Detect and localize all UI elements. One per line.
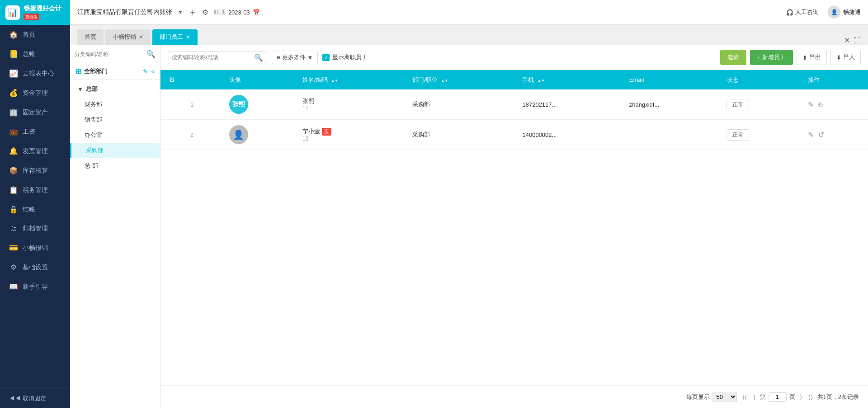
calendar-icon[interactable]: 📅	[253, 9, 260, 16]
last-page-button[interactable]: ⟩⟩	[807, 393, 815, 402]
tab-dept-close[interactable]: ✕	[186, 34, 190, 40]
close-window-icon[interactable]: ✕	[844, 36, 850, 45]
dept-item-finance[interactable]: 财务部	[70, 97, 160, 112]
tab-expense-close[interactable]: ✕	[139, 34, 143, 40]
user-menu[interactable]: 👤 畅捷通	[828, 6, 861, 19]
service-button[interactable]: 🎧 人工咨询	[786, 8, 819, 16]
sidebar-item-salary[interactable]: 💼 工资	[0, 122, 70, 141]
logout-employee-button-0[interactable]: ⎋	[818, 100, 823, 109]
dept-arrow-down: ▼	[77, 86, 83, 93]
td-index-1: 2	[183, 120, 222, 150]
prev-page-button[interactable]: ⟨	[751, 393, 757, 402]
dept-item-office[interactable]: 办公室	[70, 127, 160, 143]
company-name[interactable]: 江西服宝精品有限责任公司内账张	[77, 8, 172, 16]
sidebar-item-guide[interactable]: 📖 新手引导	[0, 277, 70, 296]
avatar: 张熙	[229, 95, 248, 114]
page-number-input[interactable]	[769, 392, 787, 402]
per-page-select[interactable]: 50 20 100	[712, 392, 737, 402]
dept-edit-icon[interactable]: ✎	[143, 68, 148, 75]
content-area: 🔍 ⊞ 全部部门 ✎ « ▼ 总部 财务部	[70, 45, 868, 408]
dept-search-input[interactable]	[75, 51, 144, 57]
show-resigned-checkbox[interactable]	[322, 54, 330, 61]
sidebar-item-settings[interactable]: ⚙ 基础设置	[0, 258, 70, 277]
status-badge: 正常	[726, 129, 749, 141]
invite-button[interactable]: 邀请	[720, 50, 746, 65]
td-phone-1: 140000002...	[515, 120, 622, 150]
logo-title: 畅捷通好会计	[24, 5, 61, 12]
dept-item-purchase[interactable]: 采购部	[70, 143, 160, 158]
export-button[interactable]: ⬆ 导出	[797, 50, 827, 65]
sidebar-item-assets[interactable]: 🏢 固定资产	[0, 103, 70, 122]
delete-employee-button-1[interactable]: ↺	[818, 131, 824, 139]
invoice-icon: 🔔	[9, 147, 18, 155]
edit-employee-button-1[interactable]: ✎	[808, 131, 814, 139]
employee-search-bar: 🔍	[168, 51, 267, 64]
window-controls: ✕ ⛶	[844, 36, 861, 45]
guide-icon: 📖	[9, 282, 18, 291]
filter-label: 更多条件	[282, 53, 306, 61]
employee-search-icon[interactable]: 🔍	[254, 53, 263, 62]
company-dropdown-icon[interactable]: ▼	[178, 9, 183, 15]
add-company-icon[interactable]: ＋	[189, 7, 197, 18]
sidebar-item-inventory[interactable]: 📦 库存核算	[0, 161, 70, 180]
dept-label-sales: 销售部	[85, 116, 102, 124]
tab-dept[interactable]: 部门员工 ✕	[152, 29, 198, 45]
sort-dept-icon: ▲▼	[441, 79, 448, 83]
next-page-button[interactable]: ⟩	[798, 393, 804, 402]
avatar: 👤	[229, 125, 248, 144]
sidebar-item-funds[interactable]: 💰 资金管理	[0, 83, 70, 103]
sidebar-item-ledger[interactable]: 📒 总账	[0, 44, 70, 64]
sidebar-item-home[interactable]: 🏠 首页	[0, 25, 70, 44]
sidebar-item-reports[interactable]: 📈 云报表中心	[0, 64, 70, 83]
closing-icon: 🔒	[9, 205, 18, 214]
sidebar-item-expense[interactable]: 💳 小畅报销	[0, 238, 70, 258]
pagination-bar: 每页显示 50 20 100 ⟨⟨ ⟨ 第 页 ⟩ ⟩⟩ 共1页，2条记录	[160, 385, 868, 408]
maximize-window-icon[interactable]: ⛶	[854, 37, 861, 45]
filter-chevron-icon: ▼	[307, 54, 313, 61]
td-avatar-0: 张熙	[222, 89, 295, 120]
topbar-settings-icon[interactable]: ⚙	[202, 8, 208, 17]
dept-collapse-icon[interactable]: «	[151, 68, 155, 75]
dept-item-general[interactable]: ▼ 总部	[70, 81, 160, 97]
td-phone-0: 187202117...	[515, 89, 622, 120]
all-dept-label[interactable]: 全部部门	[84, 67, 108, 75]
td-actions-1: ✎↺	[801, 120, 868, 150]
page-navigation: ⟨⟨ ⟨ 第 页 ⟩ ⟩⟩ 共1页，2条记录	[741, 392, 859, 402]
tab-expense[interactable]: 小畅报销 ✕	[105, 29, 151, 45]
employee-search-input[interactable]	[172, 54, 251, 61]
more-filter-button[interactable]: ≡ 更多条件 ▼	[272, 51, 318, 64]
period-value[interactable]: 2023-03	[228, 9, 250, 16]
th-phone[interactable]: 手机 ▲▼	[515, 70, 622, 89]
headset-icon: 🎧	[786, 9, 793, 16]
th-name[interactable]: 姓名/编码 ▲▼	[295, 70, 405, 89]
dept-tree: ▼ 总部 财务部 销售部 办公室 采购部 总 部	[70, 80, 160, 408]
column-settings-icon[interactable]: ⚙	[169, 76, 175, 84]
td-dept-1: 采购部	[405, 120, 515, 150]
export-icon: ⬆	[802, 54, 807, 61]
per-page-label: 每页显示	[686, 393, 710, 401]
sidebar-item-expense-label: 小畅报销	[23, 244, 48, 252]
first-page-button[interactable]: ⟨⟨	[741, 393, 749, 402]
status-badge: 正常	[726, 99, 749, 110]
sidebar-item-reports-label: 云报表中心	[23, 70, 54, 78]
th-dept[interactable]: 部门/职位 ▲▼	[405, 70, 515, 89]
dept-label-finance: 财务部	[85, 100, 102, 108]
sidebar-unpin-button[interactable]: ◀◀ 取消固定	[0, 389, 70, 408]
dept-search-icon[interactable]: 🔍	[146, 50, 156, 58]
sidebar-item-closing[interactable]: 🔒 结账	[0, 200, 70, 219]
th-email: Email	[622, 70, 720, 89]
sidebar-item-tax[interactable]: 📋 税务管理	[0, 180, 70, 200]
tab-home[interactable]: 首页	[77, 29, 104, 45]
dept-label-office: 办公室	[85, 131, 102, 139]
td-name-0: 张熙11	[295, 89, 405, 120]
table-row: 1张熙张熙11采购部187202117...zhangxidf...正常✎⎋	[160, 89, 868, 120]
sidebar-item-invoice[interactable]: 🔔 发票管理	[0, 141, 70, 161]
import-button[interactable]: ⬇ 导入	[830, 50, 861, 65]
sidebar-item-archive[interactable]: 🗂 归档管理	[0, 219, 70, 238]
add-employee-button[interactable]: + 新增员工	[750, 50, 793, 65]
edit-employee-button-0[interactable]: ✎	[808, 100, 814, 109]
dept-item-sales[interactable]: 销售部	[70, 112, 160, 127]
table-row: 2👤宁小壹应12采购部140000002...正常✎↺	[160, 120, 868, 150]
th-avatar: 头像	[222, 70, 295, 89]
dept-item-general2[interactable]: 总 部	[70, 158, 160, 174]
